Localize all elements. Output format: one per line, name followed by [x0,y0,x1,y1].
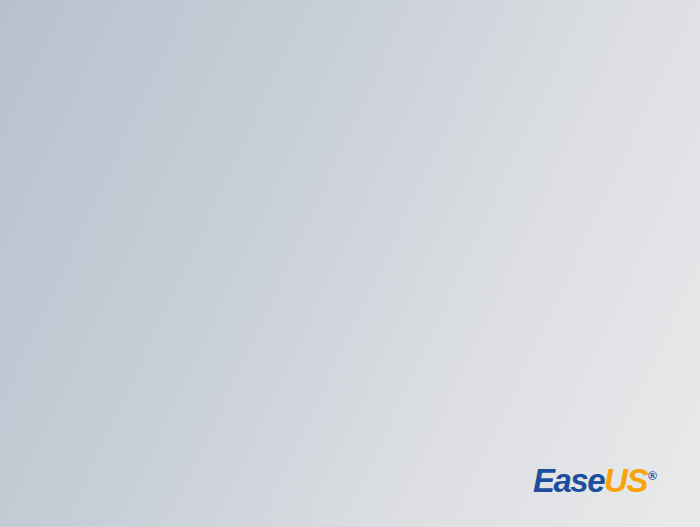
desktop-wallpaper-sky [0,0,700,527]
registered-trademark-icon: ® [648,469,657,483]
easeus-logo: EaseUS® [533,462,657,500]
easeus-logo-orange-text: US [604,462,647,499]
easeus-logo-blue-text: Ease [533,462,604,499]
